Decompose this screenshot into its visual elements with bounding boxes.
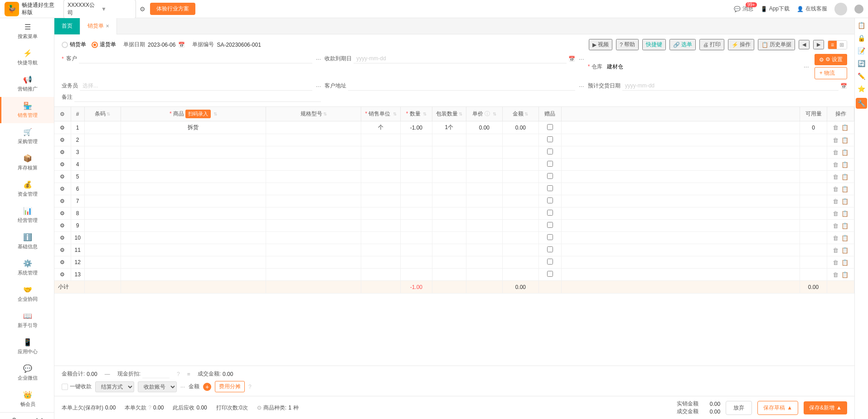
payment-more-icon[interactable]: ··· xyxy=(579,55,584,63)
row-unit[interactable] xyxy=(361,159,400,171)
remark-input[interactable] xyxy=(74,92,321,102)
row-spec[interactable] xyxy=(266,244,361,256)
history-btn[interactable]: 📋 历史单据 xyxy=(758,39,795,50)
row-price[interactable] xyxy=(466,269,502,281)
online-service-btn[interactable]: 👤 在线客服 xyxy=(797,5,827,13)
row-price[interactable] xyxy=(466,195,502,207)
copy-icon[interactable]: 📋 xyxy=(841,222,849,229)
copy-icon[interactable]: 📋 xyxy=(841,235,849,241)
copy-icon[interactable]: 📋 xyxy=(841,124,849,131)
row-product[interactable] xyxy=(121,146,266,159)
add-payment-btn[interactable]: + xyxy=(203,383,211,391)
row-settings[interactable]: ⚙ xyxy=(54,195,71,207)
select-btn[interactable]: 🔗 选单 xyxy=(669,39,696,50)
payment-account-select[interactable]: 收款账号 xyxy=(138,381,177,392)
copy-icon[interactable]: 📋 xyxy=(841,271,849,278)
row-qty[interactable] xyxy=(400,256,432,269)
row-gift[interactable] xyxy=(538,256,561,269)
pkg-sort-icon[interactable]: ⇅ xyxy=(459,111,462,116)
debt-info-icon[interactable]: ? xyxy=(148,405,151,411)
row-spec[interactable] xyxy=(266,269,361,281)
spec-sort-icon[interactable]: ⇅ xyxy=(323,111,327,116)
row-qty[interactable] xyxy=(400,183,432,195)
fee-btn[interactable]: 费用分摊 xyxy=(215,381,245,392)
panel-icon-refresh[interactable]: 🔄 xyxy=(858,60,865,67)
settings-icon[interactable]: ⚙ xyxy=(140,5,145,13)
row-product[interactable] xyxy=(121,183,266,195)
customer-input[interactable] xyxy=(79,54,312,63)
copy-icon[interactable]: 📋 xyxy=(841,161,849,168)
row-qty[interactable] xyxy=(400,244,432,256)
col-header-barcode[interactable]: 条码⇅ xyxy=(84,107,121,121)
row-unit[interactable] xyxy=(361,134,400,146)
row-unit[interactable] xyxy=(361,146,400,159)
col-header-product[interactable]: * 商品 扫码录入 ⇅ xyxy=(121,107,266,121)
row-product[interactable] xyxy=(121,220,266,232)
row-pkg[interactable] xyxy=(432,244,466,256)
list-view-btn[interactable]: ≡ xyxy=(828,41,837,49)
delete-icon[interactable]: 🗑 xyxy=(833,259,839,266)
col-header-price[interactable]: 单价 ⓘ ⇅ xyxy=(466,107,502,121)
row-amount[interactable] xyxy=(502,171,538,183)
payment-due-input[interactable] xyxy=(354,54,567,63)
col-header-pkg[interactable]: 包装数量⇅ xyxy=(432,107,466,121)
panel-icon-clipboard[interactable]: 📋 xyxy=(858,22,865,29)
row-price[interactable] xyxy=(466,256,502,269)
product-sort-icon[interactable]: ⇅ xyxy=(213,111,217,116)
row-unit[interactable] xyxy=(361,171,400,183)
row-settings[interactable]: ⚙ xyxy=(54,220,71,232)
copy-icon[interactable]: 📋 xyxy=(841,137,849,144)
row-pkg[interactable] xyxy=(432,134,466,146)
sidebar-item-collab[interactable]: 🤝 企业协同 xyxy=(0,281,54,307)
row-amount[interactable] xyxy=(502,134,538,146)
row-pkg[interactable] xyxy=(432,183,466,195)
row-unit[interactable] xyxy=(361,207,400,220)
row-pkg[interactable] xyxy=(432,232,466,244)
try-btn[interactable]: 体验行业方案 xyxy=(150,3,195,15)
row-pkg[interactable] xyxy=(432,159,466,171)
row-spec[interactable] xyxy=(266,207,361,220)
account-dots[interactable]: ··· xyxy=(180,384,185,390)
panel-icon-note[interactable]: 📝 xyxy=(858,47,865,54)
row-spec[interactable] xyxy=(266,232,361,244)
row-pkg[interactable] xyxy=(432,207,466,220)
app-download-btn[interactable]: 📱 App下载 xyxy=(761,5,790,13)
copy-icon[interactable]: 📋 xyxy=(841,210,849,217)
grid-view-btn[interactable]: ⊞ xyxy=(837,41,847,49)
row-barcode[interactable] xyxy=(84,159,121,171)
row-amount[interactable]: 0.00 xyxy=(502,121,538,134)
row-barcode[interactable] xyxy=(84,256,121,269)
sidebar-item-business[interactable]: 📊 经营管理 xyxy=(0,202,54,228)
delete-icon[interactable]: 🗑 xyxy=(833,124,839,131)
row-qty[interactable]: -1.00 xyxy=(400,121,432,134)
row-gift[interactable] xyxy=(538,195,561,207)
row-price[interactable] xyxy=(466,171,502,183)
row-price[interactable] xyxy=(466,159,502,171)
row-amount[interactable] xyxy=(502,220,538,232)
action-btn[interactable]: ⚡ 操作 xyxy=(728,39,754,50)
tab-sales-order[interactable]: 销货单 ✕ xyxy=(80,18,117,34)
row-barcode[interactable] xyxy=(84,146,121,159)
sidebar-item-marketing[interactable]: 📢 营销推广 xyxy=(0,71,54,97)
row-pkg[interactable] xyxy=(432,146,466,159)
product-type-radio-icon[interactable]: ⊙ xyxy=(257,405,262,411)
date-picker-icon[interactable]: 📅 xyxy=(568,56,575,62)
payment-checkbox[interactable] xyxy=(62,384,68,390)
row-barcode[interactable] xyxy=(84,195,121,207)
video-btn[interactable]: ▶ 视频 xyxy=(589,39,612,50)
row-barcode[interactable] xyxy=(84,232,121,244)
col-header-gift[interactable]: 赠品 xyxy=(538,107,561,121)
row-product[interactable]: 拆货 xyxy=(121,121,266,134)
row-spec[interactable] xyxy=(266,195,361,207)
row-barcode[interactable] xyxy=(84,207,121,220)
row-barcode[interactable] xyxy=(84,134,121,146)
row-spec[interactable] xyxy=(266,146,361,159)
row-amount[interactable] xyxy=(502,232,538,244)
row-qty[interactable] xyxy=(400,269,432,281)
col-header-settings[interactable]: ⚙ xyxy=(54,107,71,121)
sidebar-item-member[interactable]: 👑 畅会员 xyxy=(0,386,54,412)
row-price[interactable] xyxy=(466,146,502,159)
row-unit[interactable] xyxy=(361,195,400,207)
row-unit[interactable]: 个 xyxy=(361,121,400,134)
row-gift[interactable] xyxy=(538,146,561,159)
